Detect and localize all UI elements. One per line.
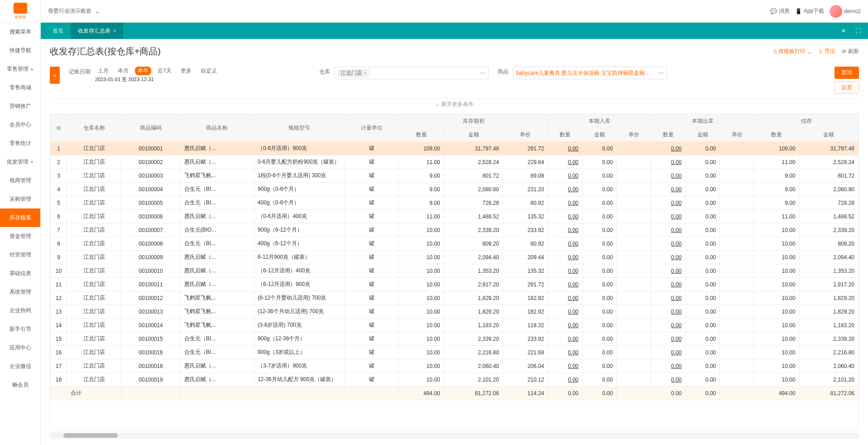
collapse-filters-icon[interactable]: » bbox=[50, 67, 60, 84]
expand-filters-button[interactable]: ⌄ 展开更多条件 bbox=[50, 98, 859, 110]
sidebar-item-6[interactable]: 零售统计 bbox=[0, 134, 40, 153]
sidebar-item-18[interactable]: 企业微信 bbox=[0, 357, 40, 376]
table-row[interactable]: 10江北门店00100010惠氏启赋（...（6-12月适用）400克罐10.0… bbox=[51, 264, 858, 278]
date-option-5[interactable]: 自定义 bbox=[198, 67, 220, 75]
date-option-2[interactable]: 本年 bbox=[135, 67, 151, 75]
horizontal-scrollbar[interactable] bbox=[50, 432, 859, 439]
sidebar-item-8[interactable]: 电商管理 bbox=[0, 171, 40, 190]
table-row[interactable]: 9江北门店00100009惠氏启赋（...6-12月900克（罐装）罐10.00… bbox=[51, 251, 858, 264]
scrollbar-thumb[interactable] bbox=[63, 433, 118, 438]
gear-icon[interactable]: ⚙ bbox=[56, 125, 61, 131]
table-row[interactable]: 17江北门店00100018惠氏启赋（...（3-7岁适用）900克罐10.00… bbox=[51, 359, 858, 373]
warehouse-filter: 仓库 江北门店 × ⋯ bbox=[319, 67, 489, 79]
table-row[interactable]: 16江北门店00100016合生元（BI...900g（3岁或以上）罐10.00… bbox=[51, 346, 858, 359]
sidebar-item-3[interactable]: 零售商城 bbox=[0, 78, 40, 97]
sidebar-item-17[interactable]: 应用中心 bbox=[0, 339, 40, 357]
avatar bbox=[830, 5, 842, 18]
sidebar-item-9[interactable]: 采购管理 bbox=[0, 190, 40, 208]
sidebar-item-10[interactable]: 库存核算 bbox=[0, 208, 40, 227]
settings-button[interactable]: 设置 bbox=[834, 82, 859, 94]
table-row[interactable]: 18江北门店00100019惠氏启赋（...12-36月幼儿配方 900克（罐装… bbox=[51, 373, 858, 387]
refresh-button[interactable]: ⟳ 刷新 bbox=[842, 48, 859, 55]
product-select[interactable]: babycare儿童餐具 婴儿注水保温碗 宝宝防摔碗吸盘碗辅食碗勺套装 雀湖绿 … bbox=[513, 67, 667, 79]
phone-icon: 📱 bbox=[795, 8, 802, 15]
sidebar-item-14[interactable]: 系统管理 bbox=[0, 283, 40, 301]
table-row[interactable]: 14江北门店00100014飞鹤星飞帆...(3-6岁适用) 700克罐10.0… bbox=[51, 319, 858, 332]
tenant-name: 母婴行业演示账套 bbox=[48, 7, 91, 15]
table-row[interactable]: 8江北门店00100008合生元（BI...400g（6-12个月）罐10.00… bbox=[51, 237, 858, 251]
more-icon[interactable]: ⋯ bbox=[658, 70, 664, 76]
sidebar-item-13[interactable]: 基础信息 bbox=[0, 264, 40, 283]
tag-remove-icon[interactable]: × bbox=[364, 71, 367, 76]
product-filter: 商品 babycare儿童餐具 婴儿注水保温碗 宝宝防摔碗吸盘碗辅食碗勺套装 雀… bbox=[498, 67, 667, 79]
tab-close-all-icon[interactable]: ✕ bbox=[837, 24, 850, 37]
table-row[interactable]: 3江北门店00100003飞鹤星飞帆...1段(0-6个月婴儿适用) 300克罐… bbox=[51, 169, 858, 183]
table-row[interactable]: 13江北门店00100013飞鹤星飞帆...(12-36个月幼儿适用) 700克… bbox=[51, 305, 858, 319]
logo-icon bbox=[14, 3, 27, 14]
user-menu[interactable]: demo2 bbox=[830, 5, 861, 18]
table-row[interactable]: 6江北门店00100006惠氏启赋（...（0-6月适用）400克罐11.001… bbox=[51, 210, 858, 223]
caret-icon: ▲ bbox=[30, 67, 34, 71]
tab-1[interactable]: 收发存汇总表× bbox=[71, 23, 123, 39]
print-icon: ⎙ bbox=[773, 48, 777, 55]
table-row[interactable]: 4江北门店00100004合生元（BI...900g（0-6个月）罐9.002,… bbox=[51, 183, 858, 196]
date-option-0[interactable]: 上月 bbox=[95, 67, 111, 75]
app-download-button[interactable]: 📱 App下载 bbox=[795, 7, 824, 15]
warehouse-tag: 江北门店 × bbox=[338, 69, 369, 77]
chevron-down-icon: ⌄ bbox=[95, 8, 100, 15]
chevron-down-icon: ⌄ bbox=[807, 48, 812, 55]
warehouse-select[interactable]: 江北门店 × ⋯ bbox=[335, 67, 489, 79]
table-row[interactable]: 2江北门店00100002惠氏启赋（...0-6月婴儿配方奶粉900克（罐装）罐… bbox=[51, 155, 858, 169]
tab-0[interactable]: 首页 bbox=[45, 23, 71, 39]
table-row[interactable]: 7江北门店00100007合生元(BIO...900g（6-12个月）罐10.0… bbox=[51, 223, 858, 237]
sidebar-item-0[interactable]: 搜索菜单 bbox=[0, 23, 40, 41]
messages-button[interactable]: 💬 消息 bbox=[770, 7, 790, 15]
logo: 标准版 bbox=[0, 0, 40, 23]
logo-edition: 标准版 bbox=[15, 15, 26, 19]
fullscreen-icon[interactable]: ⛶ bbox=[852, 24, 864, 37]
date-option-4[interactable]: 更多 bbox=[178, 67, 194, 75]
export-button[interactable]: ⇩ 导出 bbox=[818, 48, 835, 55]
print-button[interactable]: ⎙ 按模板打印 ⌄ bbox=[773, 48, 812, 55]
refresh-icon: ⟳ bbox=[842, 48, 846, 55]
sidebar-item-16[interactable]: 新手引导 bbox=[0, 320, 40, 339]
query-button[interactable]: 查询 bbox=[834, 67, 859, 79]
message-icon: 💬 bbox=[770, 8, 777, 15]
table-row[interactable]: 5江北门店00100005合生元（BI...400g（0-6个月）罐9.0072… bbox=[51, 196, 858, 210]
more-icon[interactable]: ⋯ bbox=[480, 70, 485, 76]
sidebar-item-5[interactable]: 会员中心 bbox=[0, 116, 40, 134]
topbar: 母婴行业演示账套 ⌄ 💬 消息 📱 App下载 demo2 bbox=[41, 0, 868, 23]
sidebar-item-15[interactable]: 企业协同 bbox=[0, 301, 40, 320]
date-option-3[interactable]: 近7天 bbox=[155, 67, 174, 75]
data-table: ⚙仓库名称商品编码商品名称规格型号计量单位库存期初本期入库本期出库结存数量金额单… bbox=[50, 114, 859, 430]
sidebar-item-4[interactable]: 营销推广 bbox=[0, 97, 40, 116]
sidebar-item-2[interactable]: 零售管理▲ bbox=[0, 60, 40, 78]
sidebar-item-7[interactable]: 批发管理▼ bbox=[0, 153, 40, 171]
date-range: 2023-01-01 至 2023-12-31 bbox=[95, 76, 220, 83]
sidebar-item-11[interactable]: 资金管理 bbox=[0, 227, 40, 246]
date-option-1[interactable]: 本月 bbox=[115, 67, 131, 75]
table-row[interactable]: 11江北门店00100011惠氏启赋（...（6-12月适用）900克罐10.0… bbox=[51, 278, 858, 291]
sidebar-item-12[interactable]: 经营管理 bbox=[0, 246, 40, 264]
date-filter: 记账日期 上月本月本年近7天更多自定义 2023-01-01 至 2023-12… bbox=[69, 67, 220, 83]
table-row[interactable]: 15江北门店00100015合生元（BI...900g（12-36个月）罐10.… bbox=[51, 332, 858, 346]
sidebar-item-1[interactable]: 快捷导航 bbox=[0, 41, 40, 60]
tab-close-icon[interactable]: × bbox=[113, 28, 116, 34]
sidebar: 标准版 搜索菜单快捷导航零售管理▲零售商城营销推广会员中心零售统计批发管理▼电商… bbox=[0, 0, 41, 445]
caret-icon: ▼ bbox=[30, 160, 34, 164]
totals-row: 合计494.0081,272.06114.240.000.000.000.004… bbox=[51, 387, 858, 400]
table-row[interactable]: 12江北门店00100012飞鹤星飞帆...(6-12个月婴幼儿适用) 700克… bbox=[51, 291, 858, 305]
table-row[interactable]: 1江北门店00100001惠氏启赋（...（0-6月适用）900克罐109.00… bbox=[51, 142, 858, 155]
page-title: 收发存汇总表(按仓库+商品) bbox=[50, 45, 161, 58]
sidebar-item-19[interactable]: 畅会员 bbox=[0, 376, 40, 394]
chevron-down-icon: ⌄ bbox=[435, 101, 440, 107]
tabs: 首页收发存汇总表× ✕ ⛶ bbox=[41, 23, 868, 39]
export-icon: ⇩ bbox=[818, 48, 823, 55]
tenant-dropdown[interactable]: 母婴行业演示账套 ⌄ bbox=[48, 7, 100, 15]
